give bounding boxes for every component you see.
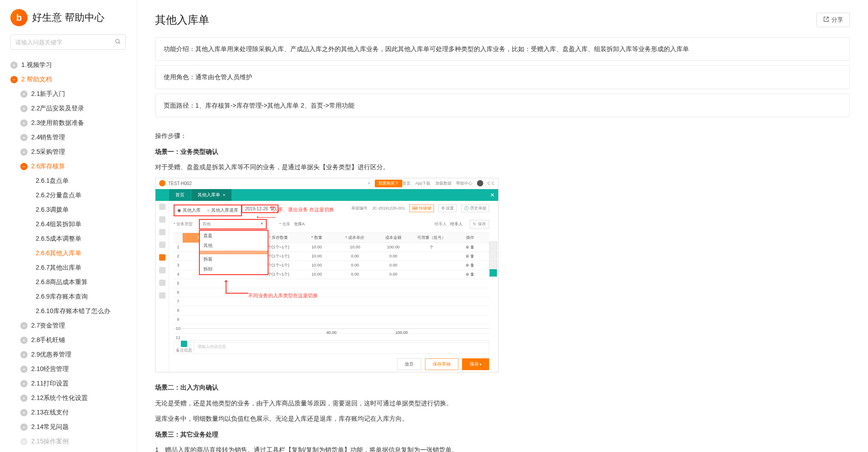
scene2-p2: 退库业务中，明细数量均以负值红色展示。无论是入库还是退库，库存账均记在入库方向。 [155,413,850,425]
role-box: 使用角色：通常由仓管人员维护 [155,65,850,89]
expand-icon: + [20,148,28,156]
nav-item-video[interactable]: +1.视频学习 [10,58,137,72]
path-box: 页面路径：1、库存核算->库存管理->其他入库单 2、首页->常用功能 [155,94,850,117]
sidebar: b 好生意 帮助中心 +1.视频学习 −2.帮助文档 +2.1新手入门 +2.2… [0,0,137,452]
ss-logo-icon [159,180,165,186]
app-title: 好生意 帮助中心 [32,11,104,24]
nav-item-inventory[interactable]: −2.6库存核算 [10,159,137,174]
nav-item[interactable]: +2.12系统个性化设置 [10,391,137,405]
expand-icon: + [20,322,28,329]
collapse-icon: − [20,163,28,170]
expand-icon: + [20,105,28,112]
nav-item[interactable]: 2.6.9库存账本查询 [10,290,137,304]
expand-icon: + [20,423,28,431]
search-wrap [10,34,126,50]
scene1-text: 对于受赠、盘盈或是拆装入库等不同的业务，是通过单据头【业务类型】进行区分。 [155,161,850,173]
scene2-title: 场景二：出入方向确认 [155,381,850,394]
page-title: 其他入库单 [155,13,209,27]
expand-icon: + [20,395,28,402]
scene3-title: 场景三：其它业务处理 [155,428,850,441]
scene2-p1: 无论是受赠，还是其他类型的业务，由于入库商品质量等原因，需要退回，这时可通过单据… [155,397,850,409]
nav-item-other-inbound[interactable]: 2.6.6其他入库单 [10,246,137,261]
nav-item[interactable]: +2.4销售管理 [10,130,137,145]
nav-tree: +1.视频学习 −2.帮助文档 +2.1新手入门 +2.2产品安装及登录 +2.… [10,58,137,449]
logo-row: b 好生意 帮助中心 [10,9,137,26]
nav-item[interactable]: +2.13在线支付 [10,405,137,420]
nav-item[interactable]: +2.2产品安装及登录 [10,101,137,116]
nav-item-docs[interactable]: −2.帮助文档 [10,72,137,87]
nav-item[interactable]: +2.14常见问题 [10,420,137,434]
expand-icon: + [20,438,28,445]
collapse-icon: − [10,76,18,83]
nav-item[interactable]: +2.5采购管理 [10,145,137,159]
nav-item[interactable]: +2.15操作案例 [10,434,137,449]
scene1-title: 场景一：业务类型确认 [155,146,850,158]
nav-item[interactable]: +2.1新手入门 [10,87,137,101]
app-logo: b [10,9,28,26]
nav-item[interactable]: 2.6.1盘点单 [10,174,137,188]
ss-avatar-icon [477,180,483,186]
steps-label: 操作步骤： [155,130,850,142]
nav-item[interactable]: +2.3使用前数据准备 [10,116,137,130]
expand-icon: + [20,380,28,387]
screenshot-image: TEST-H002 ▾ 我要购买？ 首页 App下载 加载数据 帮助中心 C C… [155,178,499,372]
share-icon [823,16,829,24]
search-input[interactable] [10,34,126,50]
nav-item[interactable]: 2.6.10库存账本错了怎么办 [10,304,137,319]
expand-icon: + [20,119,28,127]
expand-icon: + [20,409,28,416]
expand-icon: + [20,366,28,373]
main-content: 其他入库单 分享 功能介绍：其他入库单用来处理除采购入库、产成品入库之外的其他入… [137,0,868,452]
expand-icon: + [20,90,28,98]
nav-item[interactable]: 2.6.4组装拆卸单 [10,217,137,232]
share-button[interactable]: 分享 [816,13,850,27]
nav-item[interactable]: +2.8手机旺铺 [10,333,137,347]
scene3-p1: 1、赠品入库的商品直接转为销售。通过工具栏【复制/复制为销货单】功能，将单据信息… [155,444,850,452]
expand-icon: + [20,134,28,141]
expand-icon: + [20,337,28,344]
nav-item[interactable]: +2.9优惠券管理 [10,347,137,362]
nav-item[interactable]: 2.6.2分量盘点单 [10,188,137,203]
nav-item[interactable]: 2.6.8商品成本重算 [10,275,137,290]
nav-item[interactable]: +2.7资金管理 [10,319,137,333]
nav-item[interactable]: 2.6.5成本调整单 [10,232,137,246]
nav-item[interactable]: +2.11打印设置 [10,376,137,391]
nav-item[interactable]: 2.6.7其他出库单 [10,261,137,275]
nav-item[interactable]: 2.6.3调拨单 [10,203,137,217]
nav-item[interactable]: +2.10经营管理 [10,362,137,376]
expand-icon: + [10,62,18,69]
expand-icon: + [20,351,28,358]
article-body: 操作步骤： 场景一：业务类型确认 对于受赠、盘盈或是拆装入库等不同的业务，是通过… [155,122,850,452]
intro-box: 功能介绍：其他入库单用来处理除采购入库、产成品入库之外的其他入库业务，因此其他入… [155,37,850,61]
